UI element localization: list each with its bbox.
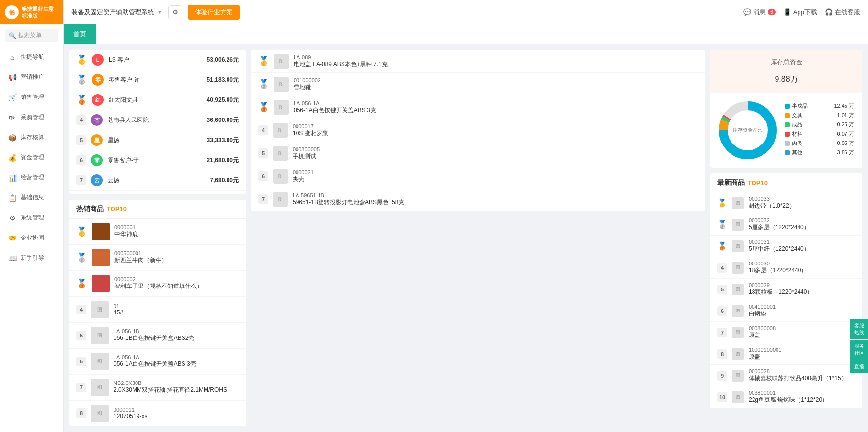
legend-item: 肉类 -0.05 万	[785, 140, 854, 147]
customer-name: LS 客户	[109, 56, 202, 64]
nav-icon-operations: 📊	[8, 174, 17, 182]
rank-number: 5	[258, 148, 268, 158]
customer-value: 36,600.00元	[207, 116, 239, 124]
experience-button[interactable]: 体验行业方案	[188, 5, 240, 20]
legend-dot	[785, 150, 790, 155]
inventory-card: 库存总资金 9.88万	[710, 50, 862, 168]
nav-icon-purchase: 🛍	[8, 114, 17, 121]
sidebar-item-finance[interactable]: 💰 资金管理	[0, 147, 63, 168]
sidebar-item-operations[interactable]: 📊 经营管理	[0, 168, 63, 188]
float-service: 客服热线服务社区直播	[850, 319, 868, 373]
sidebar-item-guide[interactable]: 📖 新手引导	[0, 248, 63, 268]
customer-avatar: 零	[92, 74, 104, 86]
header-right: 💬 消息 6 📱 App下载 🎧 在线客服	[743, 8, 860, 17]
hot-product-code: LA-056-1A	[114, 354, 196, 360]
sidebar-item-system[interactable]: ⚙ 系统管理	[0, 208, 63, 228]
new-product-image: 图	[732, 305, 744, 317]
customer-name: 苍南县人民医院	[108, 116, 202, 124]
sidebar-item-inventory[interactable]: 📦 库存核算	[0, 127, 63, 147]
rank-number: 5	[717, 285, 727, 294]
customer-rank-item: 🥈 零 零售客户-许 51,183.00元	[69, 70, 246, 90]
customer-rank-item: 🥉 红 红太阳文具 40,925.00元	[69, 90, 246, 110]
hot-product-code: 0000001	[114, 224, 138, 230]
new-product-info: 000800008 原盖	[749, 325, 855, 339]
right-column: 库存总资金 9.88万	[710, 50, 862, 426]
product-code: LA-089	[294, 54, 698, 60]
hot-product-name: 中华神鹿	[114, 230, 138, 239]
content-area: 🥇 L LS 客户 53,006.26元 🥈 零 零售客户-许 51,183.0…	[64, 44, 868, 432]
sidebar-item-cooperation[interactable]: 🤝 企业协同	[0, 228, 63, 248]
customer-value: 51,183.00元	[207, 76, 239, 84]
online-service-button[interactable]: 🎧 在线客服	[825, 8, 860, 17]
legend-left: 材料	[785, 130, 802, 138]
hot-product-image: 图	[91, 353, 109, 370]
sidebar-search[interactable]: 🔍 搜索菜单	[0, 24, 63, 47]
product-rank-list: 🥇 图 LA-089 电池盖 LA-089 ABS本色+黑种 7.1克 🥈 图 …	[251, 50, 705, 211]
sidebar-item-sales[interactable]: 🛒 销售管理	[0, 87, 63, 107]
new-product-item: 8 图 10000100001 原盖	[710, 343, 862, 365]
new-product-item: 🥈 图 0000032 5厘多层（1220*2440）	[710, 214, 862, 236]
legend-left: 成品	[785, 121, 802, 128]
sidebar-item-basic-info[interactable]: 📋 基础信息	[0, 188, 63, 208]
new-product-code: 0000031	[749, 239, 855, 245]
top-header: 装备及固定资产辅助管理系统 ▼ ⚙ 体验行业方案 💬 消息 6 📱 App下载 …	[64, 0, 868, 24]
customer-name: 星扬	[108, 136, 202, 144]
product-rank-item: 4 图 0000017 10S 变相罗浆	[251, 119, 705, 142]
hot-products-list: 🥇 0000001 中华神鹿 🥈 000500001 新西兰牛肉（新牛） 🥉 0…	[69, 219, 246, 426]
sidebar-item-quick-nav[interactable]: ⌂ 快捷导航	[0, 47, 63, 67]
hot-product-image	[92, 249, 110, 266]
legend-item: 成品 0.25 万	[785, 121, 854, 128]
app-icon: 📱	[783, 8, 791, 16]
customer-avatar: 云	[91, 174, 103, 186]
product-info: 000800005 手机测试	[293, 146, 698, 161]
new-product-image: 图	[732, 262, 744, 274]
new-product-name: 体械嘉枝味苏打饮品400毫升（1*15）	[749, 374, 855, 383]
settings-button[interactable]: ⚙	[168, 5, 182, 19]
tab-home[interactable]: 首页	[64, 24, 96, 44]
new-product-item: 🥇 图 0000033 封边带（1.0*22）	[710, 192, 862, 214]
nav-icon-marketing: 📢	[8, 73, 17, 81]
customer-name: 云扬	[108, 176, 205, 185]
hot-product-image	[92, 223, 110, 240]
new-product-code: 0000032	[749, 217, 855, 223]
new-product-info: 10000100001 原盖	[749, 347, 855, 361]
float-service-button[interactable]: 客服热线	[850, 319, 868, 339]
float-service-button[interactable]: 服务社区	[850, 340, 868, 360]
inventory-summary: 库存总资金 9.88万	[710, 50, 862, 93]
customer-avatar: L	[92, 54, 104, 66]
product-image: 图	[274, 100, 289, 115]
product-name: 056-1A白色按键开关盖ABS 3克	[294, 106, 698, 115]
rank-number: 6	[76, 155, 86, 165]
float-service-button[interactable]: 直播	[850, 360, 868, 373]
legend-value: -3.86 万	[835, 149, 854, 156]
sidebar-item-purchase[interactable]: 🛍 采购管理	[0, 107, 63, 127]
message-button[interactable]: 💬 消息 6	[743, 8, 776, 17]
left-column: 🥇 L LS 客户 53,006.26元 🥈 零 零售客户-许 51,183.0…	[69, 50, 246, 426]
message-badge: 6	[768, 9, 776, 15]
app-download-button[interactable]: 📱 App下载	[783, 8, 817, 17]
nav-label-purchase: 采购管理	[21, 113, 44, 121]
legend-dot	[785, 113, 790, 118]
hot-product-code: 000500001	[114, 250, 167, 256]
legend-value: -0.05 万	[835, 140, 854, 147]
legend-label: 材料	[792, 130, 802, 138]
new-product-image: 图	[732, 240, 744, 252]
donut-label: 库存资金占比	[733, 127, 762, 134]
hot-product-code: 0000002	[114, 276, 203, 282]
new-product-item: 7 图 000800008 原盖	[710, 322, 862, 343]
rank-number: 9	[717, 371, 727, 381]
main-area: 装备及固定资产辅助管理系统 ▼ ⚙ 体验行业方案 💬 消息 6 📱 App下载 …	[64, 0, 868, 432]
hot-product-name: 新西兰牛肉（新牛）	[114, 256, 167, 264]
new-product-item: 4 图 0000030 18多层（1220*2440）	[710, 257, 862, 279]
new-product-info: 003800001 22g鱼豆腐·烧烤味（1*12*20）	[749, 390, 855, 404]
sidebar-item-marketing[interactable]: 📢 营销推广	[0, 67, 63, 87]
hot-product-info: 000500001 新西兰牛肉（新牛）	[114, 250, 167, 264]
customer-avatar: 星	[91, 134, 103, 146]
hot-products-title: 热销商品 TOP10	[76, 205, 127, 214]
customer-rank-card: 🥇 L LS 客户 53,006.26元 🥈 零 零售客户-许 51,183.0…	[69, 50, 246, 194]
inventory-title: 库存总资金	[718, 58, 854, 67]
hot-product-item: 6 图 LA-056-1A 056-1A白色按键开关盖ABS 3壳	[69, 349, 246, 375]
new-products-header: 最新商品 TOP10	[710, 173, 862, 192]
new-product-info: 0000030 18多层（1220*2440）	[749, 261, 855, 275]
product-image: 图	[274, 77, 289, 92]
